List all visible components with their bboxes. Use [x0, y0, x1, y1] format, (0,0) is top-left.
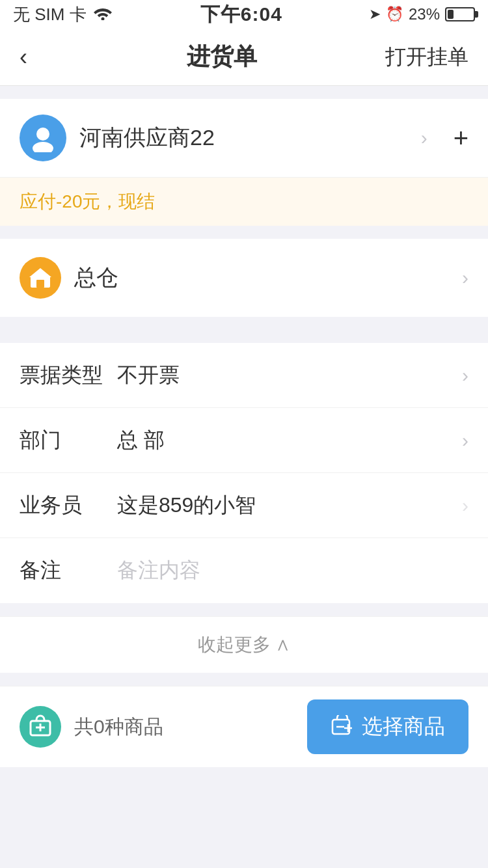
page-title: 进货单 — [187, 41, 257, 73]
supplier-section: 河南供应商22 › + 应付-20元，现结 — [0, 99, 488, 226]
invoice-value: 不开票 — [104, 361, 455, 390]
gap-1 — [0, 86, 488, 99]
product-count-text: 共0种商品 — [74, 714, 163, 740]
back-button[interactable]: ‹ — [20, 44, 59, 71]
location-icon: ➤ — [369, 6, 381, 23]
remark-input[interactable]: 备注内容 — [104, 556, 468, 585]
svg-marker-4 — [29, 268, 51, 277]
alarm-icon: ⏰ — [386, 6, 403, 23]
no-sim-text: 无 SIM 卡 — [13, 3, 87, 26]
alert-text: 应付-20元，现结 — [20, 191, 155, 211]
status-left: 无 SIM 卡 — [13, 3, 114, 26]
sales-row[interactable]: 业务员 这是859的小智 › — [0, 473, 488, 538]
warehouse-row[interactable]: 总仓 › — [0, 239, 488, 317]
svg-point-0 — [101, 17, 104, 20]
nav-bar: ‹ 进货单 打开挂单 — [0, 29, 488, 86]
product-icon — [20, 706, 61, 748]
supplier-avatar — [20, 115, 66, 161]
svg-point-1 — [36, 128, 49, 141]
invoice-type-row[interactable]: 票据类型 不开票 › — [0, 343, 488, 408]
warehouse-chevron-icon: › — [462, 267, 468, 289]
supplier-name: 河南供应商22 — [79, 123, 421, 153]
dept-chevron-icon: › — [462, 429, 468, 452]
battery-icon — [445, 7, 475, 21]
gap-2 — [0, 226, 488, 239]
gap-3 — [0, 317, 488, 330]
dept-label: 部门 — [20, 426, 104, 455]
svg-point-2 — [33, 142, 53, 152]
status-time: 下午6:04 — [200, 1, 282, 28]
collapse-row[interactable]: 收起更多 ∧ — [0, 616, 488, 673]
collapse-text: 收起更多 ∧ — [198, 632, 291, 657]
form-section: 票据类型 不开票 › 部门 总 部 › 业务员 这是859的小智 › 备注 备注… — [0, 343, 488, 603]
svg-rect-5 — [36, 280, 44, 288]
invoice-label: 票据类型 — [20, 361, 104, 390]
sales-label: 业务员 — [20, 491, 104, 520]
add-supplier-button[interactable]: + — [454, 124, 468, 153]
select-product-button[interactable]: 选择商品 — [307, 699, 468, 754]
dept-row[interactable]: 部门 总 部 › — [0, 408, 488, 473]
select-product-label: 选择商品 — [362, 712, 445, 741]
warehouse-icon — [20, 257, 61, 299]
remark-label: 备注 — [20, 556, 104, 585]
dept-value: 总 部 — [104, 426, 455, 455]
remark-row[interactable]: 备注 备注内容 — [0, 538, 488, 603]
sales-chevron-icon: › — [462, 495, 468, 517]
wifi-icon — [92, 5, 114, 25]
status-right: ➤ ⏰ 23% — [369, 5, 475, 23]
invoice-chevron-icon: › — [462, 364, 468, 387]
status-bar: 无 SIM 卡 下午6:04 ➤ ⏰ 23% — [0, 0, 488, 29]
supplier-chevron-icon: › — [421, 127, 427, 149]
battery-text: 23% — [409, 5, 440, 23]
warehouse-section: 总仓 › — [0, 239, 488, 317]
sales-value: 这是859的小智 — [104, 491, 455, 520]
product-count-area: 共0种商品 — [20, 706, 163, 748]
bottom-bar: 共0种商品 选择商品 — [0, 686, 488, 767]
alert-row: 应付-20元，现结 — [0, 178, 488, 226]
open-pending-button[interactable]: 打开挂单 — [385, 43, 468, 72]
warehouse-name: 总仓 — [74, 263, 462, 293]
supplier-row[interactable]: 河南供应商22 › + — [0, 99, 488, 178]
